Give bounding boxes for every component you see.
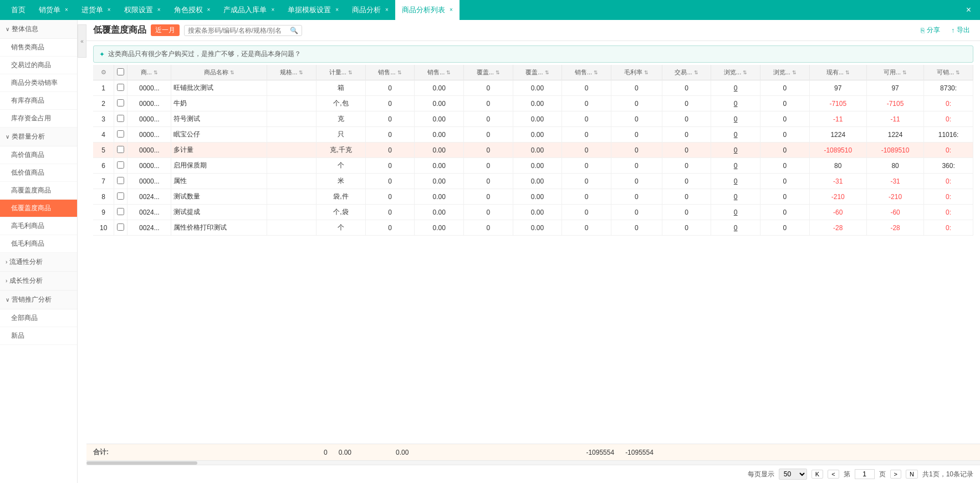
row-browse1[interactable]: 0 <box>711 111 760 127</box>
row-sales-qty: 0 <box>365 158 415 174</box>
sort-code-icon[interactable]: ⇅ <box>154 70 158 75</box>
nav-close-template[interactable]: × <box>335 0 339 20</box>
nav-item-product[interactable]: 产成品入库单 × <box>217 0 281 20</box>
sort-browse2-icon[interactable]: ⇅ <box>792 70 797 75</box>
sidebar-item-low-value[interactable]: 低价值商品 <box>0 164 77 182</box>
sidebar-item-low-coverage[interactable]: 低覆盖度商品 <box>0 200 77 217</box>
sort-name-icon[interactable]: ⇅ <box>230 70 234 75</box>
row-browse1[interactable]: 0 <box>711 127 760 143</box>
row-sales-qty: 0 <box>365 174 415 189</box>
sidebar-item-stock-fund[interactable]: 库存资金占用 <box>0 110 77 128</box>
page-number-input[interactable] <box>855 469 875 479</box>
sort-trade-icon[interactable]: ⇅ <box>694 70 698 75</box>
period-button[interactable]: 近一月 <box>151 24 180 36</box>
sidebar-item-in-stock[interactable]: 有库存商品 <box>0 92 77 110</box>
row-name: 测试提成 <box>171 205 267 220</box>
row-spec <box>267 127 317 143</box>
nav-item-template[interactable]: 单据模板设置 × <box>281 0 345 20</box>
sidebar-item-high-profit[interactable]: 高毛利商品 <box>0 217 77 235</box>
nav-close-purchase[interactable]: × <box>108 0 111 20</box>
row-browse1[interactable]: 0 <box>711 174 760 189</box>
nav-item-analysis-list[interactable]: 商品分析列表 × <box>395 0 460 20</box>
sort-cover1-icon[interactable]: ⇅ <box>496 70 500 75</box>
first-page-button[interactable]: K <box>811 470 823 479</box>
row-checkbox[interactable] <box>117 115 124 122</box>
sort-current-icon[interactable]: ⇅ <box>845 70 850 75</box>
next-page-button[interactable]: > <box>890 470 901 479</box>
row-checkbox[interactable] <box>117 208 124 215</box>
nav-close-analysis-list[interactable]: × <box>450 0 453 20</box>
sidebar-item-high-coverage[interactable]: 高覆盖度商品 <box>0 182 77 200</box>
sidebar-section-growth[interactable]: › 成长性分析 <box>0 272 77 291</box>
sort-unit-icon[interactable]: ⇅ <box>348 70 353 75</box>
sidebar-item-all-goods[interactable]: 全部商品 <box>0 309 77 327</box>
sort-cover2-icon[interactable]: ⇅ <box>545 70 549 75</box>
sidebar-section-marketing[interactable]: ∨ 营销推广分析 <box>0 291 77 309</box>
nav-item-sales[interactable]: 销货单 × <box>32 0 75 20</box>
row-name: 启用保质期 <box>171 158 267 174</box>
row-checkbox[interactable] <box>117 84 124 91</box>
sidebar-section-circulation[interactable]: › 流通性分析 <box>0 253 77 272</box>
settings-icon[interactable]: ⚙ <box>101 69 106 75</box>
search-input[interactable] <box>188 27 288 34</box>
row-browse1[interactable]: 0 <box>711 96 760 111</box>
row-checkbox[interactable] <box>117 130 124 138</box>
sidebar-collapse-button[interactable]: « <box>78 24 86 58</box>
row-checkbox[interactable] <box>117 223 124 231</box>
sidebar-item-new-goods[interactable]: 新品 <box>0 327 77 345</box>
nav-close-analysis[interactable]: × <box>385 0 389 20</box>
nav-close-product[interactable]: × <box>271 0 274 20</box>
share-button[interactable]: ⎘ 分享 <box>917 24 943 36</box>
row-current-stock: -7105 <box>809 96 866 111</box>
th-settings[interactable]: ⚙ <box>93 65 114 80</box>
nav-close-role[interactable]: × <box>207 0 211 20</box>
select-all-checkbox[interactable] <box>117 68 124 75</box>
row-checkbox[interactable] <box>117 146 124 153</box>
row-checkbox[interactable] <box>117 99 124 106</box>
row-browse1[interactable]: 0 <box>711 220 760 236</box>
row-checkbox[interactable] <box>117 192 124 200</box>
sidebar-item-category-rate[interactable]: 商品分类动销率 <box>0 74 77 92</box>
row-current-stock: 80 <box>809 158 866 174</box>
sidebar-item-low-profit[interactable]: 低毛利商品 <box>0 235 77 253</box>
nav-item-home[interactable]: 首页 <box>4 0 32 20</box>
row-sellable: 0: <box>924 174 973 189</box>
row-browse1[interactable]: 0 <box>711 158 760 174</box>
nav-item-purchase[interactable]: 进货单 × <box>75 0 118 20</box>
sort-gross-icon[interactable]: ⇅ <box>644 70 649 75</box>
nav-item-permission[interactable]: 权限设置 × <box>118 0 167 20</box>
row-unit: 袋,件 <box>317 189 366 205</box>
export-button[interactable]: ↑ 导出 <box>948 24 973 36</box>
nav-close-sales[interactable]: × <box>65 0 68 20</box>
nav-item-role[interactable]: 角色授权 × <box>167 0 217 20</box>
table-row: 9 0024... 测试提成 个,袋 0 0.00 0 0.00 0 0 0 0… <box>93 205 973 220</box>
sidebar-item-high-value[interactable]: 高价值商品 <box>0 146 77 164</box>
sort-available-icon[interactable]: ⇅ <box>902 70 907 75</box>
sort-sales3-icon[interactable]: ⇅ <box>594 70 598 75</box>
sidebar-section-cluster[interactable]: ∨ 类群量分析 <box>0 128 77 146</box>
sort-sales-amt-icon[interactable]: ⇅ <box>446 70 451 75</box>
row-checkbox[interactable] <box>117 177 124 184</box>
sidebar-section-overall[interactable]: ∨ 整体信息 <box>0 20 77 39</box>
row-current-stock: -210 <box>809 189 866 205</box>
window-close-button[interactable]: × <box>962 5 976 15</box>
sidebar-item-traded-goods[interactable]: 交易过的商品 <box>0 57 77 74</box>
sort-sellable-icon[interactable]: ⇅ <box>956 70 960 75</box>
horizontal-scrollbar[interactable] <box>86 460 980 465</box>
last-page-button[interactable]: N <box>906 470 918 479</box>
sort-browse1-icon[interactable]: ⇅ <box>743 70 747 75</box>
per-page-select[interactable]: 50 20 100 <box>779 469 807 480</box>
prev-page-button[interactable]: < <box>828 470 839 479</box>
row-browse1[interactable]: 0 <box>711 205 760 220</box>
nav-close-permission[interactable]: × <box>157 0 161 20</box>
row-browse1[interactable]: 0 <box>711 143 760 158</box>
sort-spec-icon[interactable]: ⇅ <box>299 70 303 75</box>
row-trade: 0 <box>662 158 711 174</box>
row-browse1[interactable]: 0 <box>711 80 760 96</box>
row-browse1[interactable]: 0 <box>711 189 760 205</box>
row-checkbox[interactable] <box>117 161 124 169</box>
sort-sales-qty-icon[interactable]: ⇅ <box>397 70 402 75</box>
nav-item-analysis[interactable]: 商品分析 × <box>345 0 395 20</box>
sidebar-item-sales-goods[interactable]: 销售类商品 <box>0 39 77 57</box>
tip-text: 这类商品只有很少客户购买过，是推广不够，还是商品本身问题？ <box>108 49 301 59</box>
